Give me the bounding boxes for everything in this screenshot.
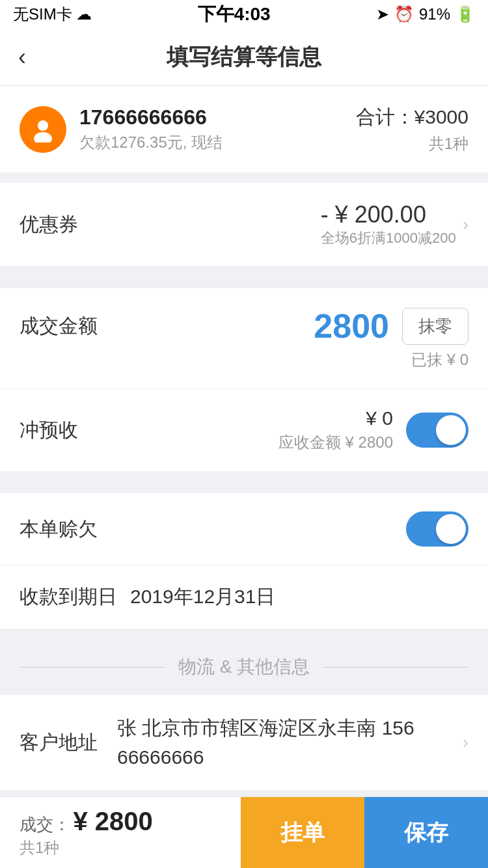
precharge-right: ¥ 0 应收金额 ¥ 2800 [278, 407, 468, 453]
content-area: 17666666666 欠款1276.35元, 现结 合计：¥3000 共1种 … [0, 86, 488, 868]
due-date-value: 2019年12月31日 [130, 584, 275, 610]
divider-line-right [323, 667, 468, 668]
precharge-label: 冲预收 [20, 417, 78, 444]
precharge-amount-block: ¥ 0 应收金额 ¥ 2800 [278, 407, 393, 453]
bottom-count: 共1种 [20, 837, 221, 858]
nav-bar: ‹ 填写结算等信息 [0, 29, 488, 86]
save-button[interactable]: 保存 [364, 797, 488, 869]
avatar [20, 106, 66, 153]
debt-toggle[interactable] [406, 511, 468, 547]
toggle-knob [436, 415, 466, 445]
status-left: 无SIM卡 ☁ [13, 4, 92, 25]
address-value: 张 北京市市辖区海淀区永丰南 156 66666666 [117, 713, 463, 772]
precharge-sub: 应收金额 ¥ 2800 [278, 432, 393, 453]
status-bar: 无SIM卡 ☁ 下午4:03 ➤ ⏰ 91% 🔋 [0, 0, 488, 29]
svg-point-0 [38, 120, 48, 131]
coupon-row[interactable]: 优惠券 - ¥ 200.00 全场6折满1000减200 › [0, 183, 488, 266]
battery-icon: 🔋 [455, 5, 475, 23]
due-date-row: 收款到期日 2019年12月31日 [0, 565, 488, 629]
deal-right: 2800 抹零 [314, 306, 468, 346]
deal-label: 成交金额 [20, 313, 98, 340]
coupon-right: - ¥ 200.00 全场6折满1000减200 › [321, 201, 468, 248]
back-button[interactable]: ‹ [18, 44, 26, 71]
coupon-label: 优惠券 [20, 211, 78, 238]
section-separator [0, 277, 488, 288]
bottom-bar: 成交： ¥ 2800 共1种 挂单 保存 [0, 796, 488, 868]
customer-sub: 欠款1276.35元, 现结 [79, 132, 223, 153]
deal-row: 成交金额 2800 抹零 [20, 306, 468, 346]
address-row[interactable]: 客户地址 张 北京市市辖区海淀区永丰南 156 66666666 › [0, 695, 488, 790]
coupon-discount: - ¥ 200.00 [321, 201, 456, 228]
battery-text: 91% [419, 5, 450, 23]
debt-label: 本单赊欠 [20, 516, 98, 543]
precharge-toggle[interactable] [406, 413, 468, 448]
customer-card: 17666666666 欠款1276.35元, 现结 合计：¥3000 共1种 [0, 86, 488, 172]
deal-amount: 2800 [314, 306, 389, 346]
customer-phone: 17666666666 [79, 105, 223, 129]
customer-left: 17666666666 欠款1276.35元, 现结 [20, 105, 223, 153]
hang-button[interactable]: 挂单 [241, 797, 364, 869]
page-title: 填写结算等信息 [167, 42, 321, 72]
deal-sub: 已抹 ¥ 0 [20, 349, 468, 370]
section-separator-2 [0, 471, 488, 483]
precharge-amount: ¥ 0 [278, 407, 393, 429]
location-icon: ➤ [376, 5, 389, 23]
coupon-sub: 全场6折满1000减200 [321, 228, 456, 248]
customer-right: 合计：¥3000 共1种 [356, 104, 468, 154]
customer-info: 17666666666 欠款1276.35元, 现结 [79, 105, 223, 153]
alarm-icon: ⏰ [394, 5, 414, 23]
round-button[interactable]: 抹零 [402, 308, 468, 345]
logistics-text: 物流 & 其他信息 [178, 655, 310, 679]
address-chevron-icon: › [463, 732, 468, 753]
address-label: 客户地址 [20, 729, 98, 756]
bottom-summary: 成交： ¥ 2800 共1种 [0, 807, 241, 858]
customer-count: 共1种 [356, 133, 468, 154]
debt-toggle-knob [436, 514, 466, 544]
precharge-row: 冲预收 ¥ 0 应收金额 ¥ 2800 [0, 388, 488, 471]
coupon-chevron-icon: › [463, 214, 468, 235]
customer-total: 合计：¥3000 [356, 104, 468, 131]
due-date-label: 收款到期日 [20, 584, 117, 610]
divider-line-left [20, 667, 165, 668]
signal-text: 无SIM卡 ☁ [13, 4, 92, 25]
bottom-deal-line: 成交： ¥ 2800 [20, 807, 221, 836]
status-right: ➤ ⏰ 91% 🔋 [376, 5, 475, 23]
svg-point-1 [34, 132, 52, 142]
bottom-deal-amount: ¥ 2800 [73, 807, 152, 835]
debt-section: 本单赊欠 [0, 493, 488, 565]
bottom-deal-label: 成交： [20, 815, 70, 834]
status-time: 下午4:03 [198, 2, 271, 27]
deal-section: 成交金额 2800 抹零 已抹 ¥ 0 [0, 288, 488, 388]
logistics-divider: 物流 & 其他信息 [0, 639, 488, 695]
